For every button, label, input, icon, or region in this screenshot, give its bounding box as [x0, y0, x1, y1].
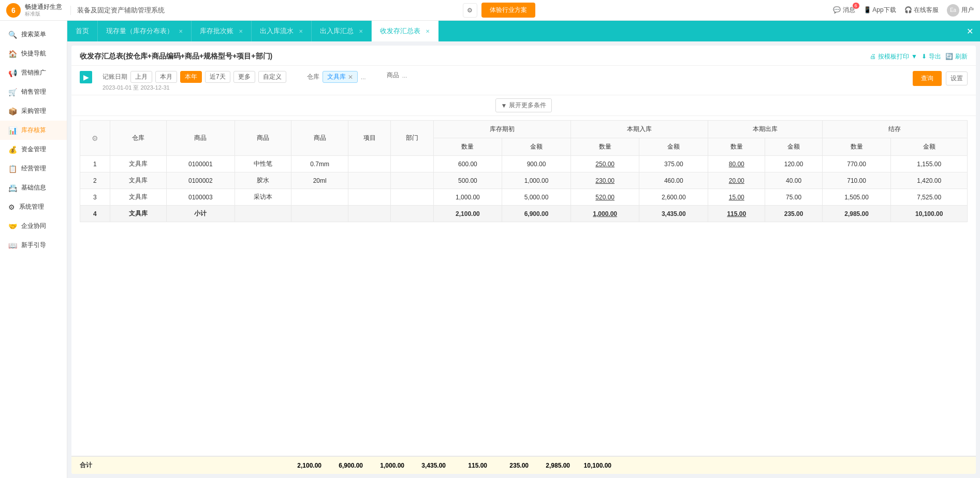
date-btn-this-month[interactable]: 本月 [155, 71, 177, 83]
sidebar-item-enterprise[interactable]: 🤝 企业协同 [0, 216, 67, 236]
toggle-arrow-btn[interactable]: ▶ [80, 71, 92, 83]
subtotal-out-qty[interactable]: 115.00 [708, 206, 765, 222]
subtotal-dept [391, 206, 433, 222]
sidebar-item-label: 采购管理 [21, 107, 46, 115]
box-icon: 📦 [8, 107, 17, 115]
online-service[interactable]: 🎧 在线客服 [904, 6, 939, 15]
top-bar: 6 畅捷通好生意 标准版 装备及固定资产辅助管理系统 ⚙ 体验行业方案 💬 消息… [0, 0, 980, 21]
footer-out-qty: 115.00 [450, 462, 491, 469]
row2-no: 2 [80, 172, 110, 189]
row3-in-qty[interactable]: 520.00 [571, 189, 639, 206]
table-container: ⚙ 仓库 商品 商品 商品 项目 部门 库存期初 本期入库 本期出库 结存 [71, 116, 976, 456]
row3-no: 3 [80, 189, 110, 206]
th-settings[interactable]: ⚙ [80, 121, 110, 156]
marketing-icon: 📢 [8, 69, 17, 77]
footer-total: 合计 2,100.00 6,900.00 1,000.00 3,435.00 1… [71, 456, 976, 474]
tab-close-stock-dist[interactable]: ✕ [179, 28, 183, 34]
goods-filter: 商品 ... [387, 71, 407, 80]
tab-in-out-flow[interactable]: 出入库流水 ✕ [252, 21, 312, 41]
tab-home[interactable]: 首页 [67, 21, 98, 41]
goods-more-btn[interactable]: ... [402, 72, 407, 79]
row3-out-qty[interactable]: 15.00 [708, 189, 765, 206]
system-name: 装备及固定资产辅助管理系统 [70, 6, 165, 15]
tab-receipt-summary[interactable]: 收发存汇总表 ✕ [372, 21, 438, 41]
tab-bar-close[interactable]: ✕ [959, 21, 980, 41]
header-actions: 🖨 按模板打印 ▼ ⬇ 导出 🔄 刷新 [870, 52, 968, 61]
tab-in-out-summary[interactable]: 出入库汇总 ✕ [312, 21, 372, 41]
date-filter: 记账日期 上月 本月 本年 近7天 更多 自定义 2023-01-01 至 20… [103, 71, 286, 92]
sidebar-item-system[interactable]: ⚙ 系统管理 [0, 197, 67, 216]
subtotal-in-qty[interactable]: 1,000.00 [571, 206, 639, 222]
table-settings-icon[interactable]: ⚙ [92, 134, 98, 142]
th-warehouse: 仓库 [110, 121, 166, 156]
cart-icon: 🛒 [8, 88, 17, 96]
user-area[interactable]: Ea 用户 [947, 4, 974, 17]
sidebar-item-guide[interactable]: 📖 新手引导 [0, 236, 67, 255]
row1-warehouse: 文具库 [110, 156, 166, 172]
tab-batch-ledger[interactable]: 库存批次账 ✕ [192, 21, 252, 41]
expand-row: ▼ 展开更多条件 [71, 95, 976, 116]
sidebar-item-purchase[interactable]: 📦 采购管理 [0, 102, 67, 121]
message-badge[interactable]: 💬 消息 6 [833, 6, 855, 15]
date-btn-this-year[interactable]: 本年 [180, 71, 202, 83]
row1-goods-spec: 0.7mm [291, 156, 348, 172]
export-button[interactable]: ⬇ 导出 [922, 52, 941, 61]
sidebar-item-operations[interactable]: 📋 经营管理 [0, 159, 67, 178]
tab-stock-dist[interactable]: 现存量（库存分布表） ✕ [98, 21, 192, 41]
query-button[interactable]: 查询 [913, 71, 942, 86]
tab-close-in-out-flow[interactable]: ✕ [299, 28, 303, 34]
th-in: 本期入库 [571, 121, 708, 138]
tab-close-in-out-summary[interactable]: ✕ [359, 28, 363, 34]
subtotal-out-amt: 235.00 [765, 206, 822, 222]
refresh-button[interactable]: 🔄 刷新 [945, 52, 968, 61]
row2-goods-code: 0100002 [166, 172, 235, 189]
sidebar-item-label: 系统管理 [19, 202, 44, 211]
th-bal-amt: 金额 [891, 138, 968, 156]
sidebar-item-search[interactable]: 🔍 搜索菜单 [0, 25, 67, 44]
tab-close-receipt-summary[interactable]: ✕ [426, 28, 430, 34]
data-table: ⚙ 仓库 商品 商品 商品 项目 部门 库存期初 本期入库 本期出库 结存 [80, 120, 968, 222]
warehouse-tag-close[interactable]: ✕ [348, 74, 353, 81]
row2-warehouse: 文具库 [110, 172, 166, 189]
date-btn-prev-month[interactable]: 上月 [130, 71, 152, 83]
sidebar-item-basic-info[interactable]: 📇 基础信息 [0, 178, 67, 197]
sidebar-item-finance[interactable]: 💰 资金管理 [0, 140, 67, 159]
date-range-text: 2023-01-01 至 2023-12-31 [103, 84, 286, 92]
sidebar-item-marketing[interactable]: 📢 营销推广 [0, 63, 67, 82]
row2-dept [391, 172, 433, 189]
sidebar-item-inventory[interactable]: 📊 库存核算 [0, 121, 67, 140]
row1-in-qty[interactable]: 250.00 [571, 156, 639, 172]
sidebar-item-label: 销售管理 [21, 88, 46, 96]
row2-in-qty[interactable]: 230.00 [571, 172, 639, 189]
th-dept: 部门 [391, 121, 433, 156]
system-icon: ⚙ [8, 203, 15, 211]
tab-bar: 首页 现存量（库存分布表） ✕ 库存批次账 ✕ 出入库流水 ✕ 出入库汇总 ✕ … [67, 21, 980, 41]
expand-button[interactable]: ▼ 展开更多条件 [495, 98, 552, 112]
subtotal-bal-amt: 10,100.00 [891, 206, 968, 222]
subtotal-bal-qty: 2,985.00 [822, 206, 891, 222]
th-open-amt: 金额 [502, 138, 571, 156]
sidebar-item-sales[interactable]: 🛒 销售管理 [0, 82, 67, 102]
goods-filter-label: 商品 [387, 71, 399, 80]
settings-button[interactable]: 设置 [946, 71, 968, 85]
row3-out-amt: 75.00 [765, 189, 822, 206]
row2-out-qty[interactable]: 20.00 [708, 172, 765, 189]
sidebar-item-quick-nav[interactable]: 🏠 快捷导航 [0, 44, 67, 63]
app-download[interactable]: 📱 App下载 [864, 6, 896, 15]
tab-close-batch-ledger[interactable]: ✕ [239, 28, 243, 34]
subtotal-label: 小计 [166, 206, 235, 222]
sidebar-item-label: 基础信息 [21, 183, 46, 192]
table-row: 2 文具库 0100002 胶水 20ml 500.00 1,000.00 23… [80, 172, 968, 189]
warehouse-more-btn[interactable]: ... [361, 74, 366, 81]
print-button[interactable]: 🖨 按模板打印 ▼ [870, 52, 917, 61]
date-btn-more[interactable]: 更多 [233, 71, 255, 83]
row2-bal-amt: 1,420.00 [891, 172, 968, 189]
gear-button[interactable]: ⚙ [463, 3, 477, 18]
date-btn-7days[interactable]: 近7天 [205, 71, 230, 83]
subtotal-warehouse: 文具库 [110, 206, 166, 222]
date-btn-custom[interactable]: 自定义 [258, 71, 286, 83]
row1-out-qty[interactable]: 80.00 [708, 156, 765, 172]
exp-button[interactable]: 体验行业方案 [481, 3, 535, 18]
sidebar-item-label: 搜索菜单 [21, 30, 46, 39]
warehouse-tag: 文具库 ✕ [323, 71, 358, 83]
